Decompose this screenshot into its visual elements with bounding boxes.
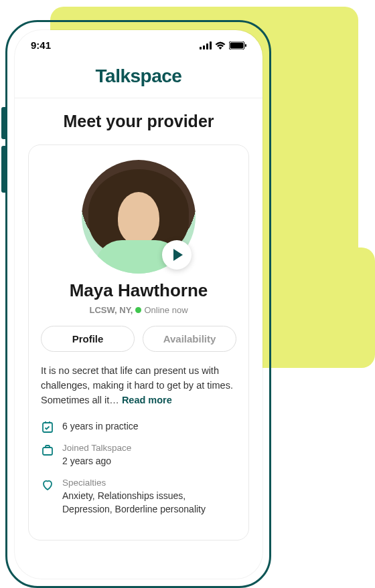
svg-rect-8	[43, 448, 52, 455]
play-video-button[interactable]	[162, 240, 192, 270]
heart-icon	[41, 478, 54, 492]
status-bar: 9:41	[15, 30, 262, 56]
svg-rect-5	[230, 42, 244, 48]
provider-credentials: LCSW, NY, Online now	[41, 305, 236, 315]
read-more-link[interactable]: Read more	[122, 395, 172, 405]
info-row-specialties: Specialties Anxiety, Relationships issue…	[41, 478, 236, 516]
status-time: 9:41	[31, 39, 51, 51]
phone-screen: 9:41 Talkspace Meet your provider Maya	[15, 30, 262, 579]
provider-avatar-container	[82, 160, 196, 274]
provider-card: Maya Hawthorne LCSW, NY, Online now Prof…	[28, 144, 249, 541]
specialties-label: Specialties	[62, 478, 236, 488]
provider-name: Maya Hawthorne	[41, 280, 236, 301]
online-status-dot-icon	[135, 307, 141, 313]
svg-rect-0	[200, 47, 202, 50]
brand-logo: Talkspace	[96, 66, 182, 86]
experience-value: 6 years in practice	[62, 419, 236, 433]
main-content: Meet your provider Maya Hawthorne LCSW, …	[15, 98, 262, 554]
info-row-experience: 6 years in practice	[41, 419, 236, 433]
calendar-check-icon	[41, 420, 54, 433]
tab-profile[interactable]: Profile	[41, 326, 135, 352]
joined-value: 2 years ago	[62, 454, 236, 468]
status-icons	[200, 41, 246, 50]
online-status-label: Online now	[144, 305, 188, 315]
wifi-icon	[215, 41, 226, 50]
briefcase-icon	[41, 444, 54, 457]
info-row-joined: Joined Talkspace 2 years ago	[41, 443, 236, 468]
play-icon	[173, 249, 183, 261]
svg-rect-2	[206, 43, 208, 50]
svg-rect-3	[210, 41, 212, 50]
tab-availability[interactable]: Availability	[143, 326, 236, 352]
page-title: Meet your provider	[28, 112, 249, 131]
specialties-value: Anxiety, Relationships issues, Depressio…	[62, 489, 236, 516]
brand-header: Talkspace	[15, 56, 262, 98]
battery-icon	[229, 41, 246, 50]
provider-bio: It is no secret that life can present us…	[41, 364, 236, 407]
svg-rect-6	[245, 44, 246, 47]
tab-group: Profile Availability	[41, 326, 236, 352]
credentials-text: LCSW, NY,	[89, 305, 133, 315]
cellular-signal-icon	[200, 41, 212, 50]
svg-rect-1	[203, 45, 205, 50]
joined-label: Joined Talkspace	[62, 443, 236, 453]
